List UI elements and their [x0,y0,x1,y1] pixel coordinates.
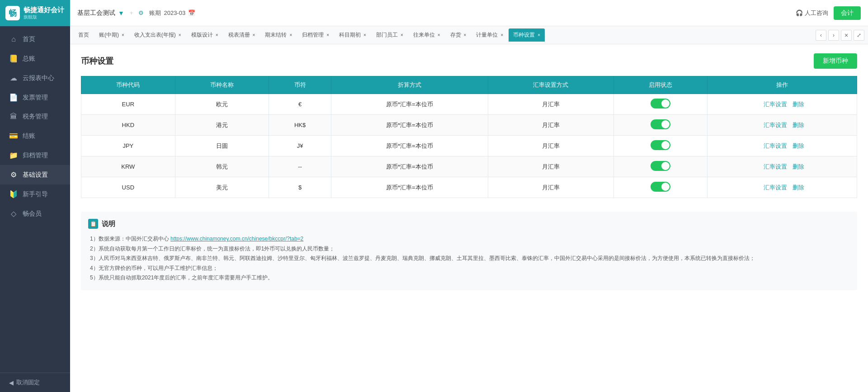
tab-clients-close[interactable]: × [438,33,440,38]
sidebar-item-tax[interactable]: 🏛 税务管理 [0,107,70,126]
sidebar-item-ledger[interactable]: 📒 总账 [0,49,70,68]
tab-period-end[interactable]: 期末结转 × [260,28,297,42]
cell-code: EUR [81,94,175,115]
guide-icon: 🔰 [9,190,18,198]
logo-icon: 畅 [5,6,20,20]
delete-link[interactable]: 删除 [793,184,804,191]
status-toggle[interactable] [651,140,670,150]
accounting-button[interactable]: 会计 [834,6,861,20]
tab-scroll-right[interactable]: › [828,30,839,41]
main-area: 基层工会测试 ▼ + ⚙ 账期 2023-03 📅 🎧 人工咨询 会计 首页 账… [70,0,868,392]
company-dropdown-icon[interactable]: ▼ [118,9,124,17]
sidebar-item-archive[interactable]: 📁 归档管理 [0,146,70,165]
page-title: 币种设置 [81,56,113,66]
ledger-icon: 📒 [9,54,18,63]
col-symbol: 币符 [269,76,331,94]
cell-status [613,156,708,177]
rate-setting-link[interactable]: 汇率设置 [764,184,787,191]
tab-close-all[interactable]: × [841,30,852,41]
sidebar-item-reports[interactable]: ☁ 云报表中心 [0,68,70,88]
sidebar-item-member[interactable]: ◇ 畅会员 [0,204,70,223]
calendar-icon[interactable]: 📅 [188,9,195,16]
tab-clients[interactable]: 往来单位 × [409,28,445,42]
sidebar-item-home[interactable]: ⌂ 首页 [0,30,70,49]
member-icon: ◇ [9,209,18,218]
rate-setting-link[interactable]: 汇率设置 [764,163,787,170]
tab-unit[interactable]: 计量单位 × [472,28,508,42]
tab-scroll-left[interactable]: ‹ [816,30,826,41]
cell-status [613,115,708,136]
table-row: JPY 日圆 J¥ 原币*汇率=本位币 月汇率 汇率设置 删除 [81,136,857,156]
sidebar-item-invoice[interactable]: 📄 发票管理 [0,88,70,107]
delete-link[interactable]: 删除 [793,122,804,128]
tab-period-end-label: 期末结转 [265,31,287,39]
delete-link[interactable]: 删除 [793,101,804,108]
cell-status [613,136,708,156]
new-currency-button[interactable]: 新增币种 [814,53,857,69]
tab-template-close[interactable]: × [216,33,218,38]
tab-tax[interactable]: 税表清册 × [224,28,260,42]
tab-template[interactable]: 模版设计 × [187,28,223,42]
status-toggle[interactable] [651,119,670,129]
cell-name: 美元 [175,177,269,198]
settings-gear-icon[interactable]: ⚙ [138,9,144,16]
home-icon: ⌂ [9,35,18,43]
sidebar-item-guide[interactable]: 🔰 新手引导 [0,184,70,204]
sidebar-label-member: 畅会员 [23,210,42,218]
service-button[interactable]: 🎧 人工咨询 [796,9,828,17]
tab-period[interactable]: 账(中期) × [94,28,129,42]
tab-template-label: 模版设计 [191,31,213,39]
tab-subjects-close[interactable]: × [363,33,366,38]
tab-income-close[interactable]: × [179,33,181,38]
cell-code: JPY [81,136,175,156]
cell-rate-type: 月汇率 [488,177,613,198]
page-header: 币种设置 新增币种 [81,53,857,69]
col-code: 币种代码 [81,76,175,94]
cell-name: 欧元 [175,94,269,115]
status-toggle[interactable] [651,182,670,192]
delete-link[interactable]: 删除 [793,142,804,149]
sidebar-item-checkout[interactable]: 💳 结账 [0,126,70,146]
tab-dept[interactable]: 部门员工 × [372,28,408,42]
tab-currency[interactable]: 币种设置 × [509,28,545,42]
rate-setting-link[interactable]: 汇率设置 [764,122,787,128]
period-display: 账期 2023-03 📅 [149,9,195,17]
status-toggle[interactable] [651,161,670,171]
tab-inventory-label: 存货 [450,31,461,39]
cell-calc: 原币*汇率=本位币 [331,115,488,136]
sidebar-label-settings: 基础设置 [23,171,48,179]
tab-archive-close[interactable]: × [326,33,329,38]
tab-clients-label: 往来单位 [413,31,435,39]
status-toggle[interactable] [651,99,670,109]
tab-tax-close[interactable]: × [253,33,255,38]
company-selector[interactable]: 基层工会测试 ▼ [77,9,124,17]
tab-inventory-close[interactable]: × [464,33,467,38]
sidebar-label-home: 首页 [23,35,35,43]
headset-icon: 🎧 [796,9,803,16]
notes-section: 📋 说明 1）数据来源：中国外汇交易中心 https://www.chinamo… [81,212,857,290]
tab-period-end-close[interactable]: × [289,33,292,38]
sidebar-unpin[interactable]: ◀ 取消固定 [0,373,70,392]
rate-setting-link[interactable]: 汇率设置 [764,101,787,108]
tab-expand[interactable]: ⤢ [854,30,864,41]
sidebar-item-settings[interactable]: ⚙ 基础设置 [0,165,70,184]
tab-currency-close[interactable]: × [538,33,540,38]
tab-income[interactable]: 收入支出表(年报) × [130,28,186,42]
cell-calc: 原币*汇率=本位币 [331,156,488,177]
cell-actions: 汇率设置 删除 [708,136,857,156]
cell-code: USD [81,177,175,198]
tab-subjects[interactable]: 科目期初 × [335,28,371,42]
tab-unit-label: 计量单位 [476,31,498,39]
sidebar-label-archive: 归档管理 [23,151,48,160]
delete-link[interactable]: 删除 [793,163,804,170]
cell-calc: 原币*汇率=本位币 [331,94,488,115]
tab-home[interactable]: 首页 [74,28,94,42]
tab-dept-close[interactable]: × [401,33,403,38]
rate-setting-link[interactable]: 汇率设置 [764,142,787,149]
checkout-icon: 💳 [9,132,18,140]
tab-archive[interactable]: 归档管理 × [297,28,334,42]
tab-period-close[interactable]: × [122,33,124,38]
tab-inventory[interactable]: 存货 × [446,28,471,42]
tab-unit-close[interactable]: × [500,33,503,38]
notes-link[interactable]: https://www.chinamoney.com.cn/chinese/bk… [170,236,303,242]
